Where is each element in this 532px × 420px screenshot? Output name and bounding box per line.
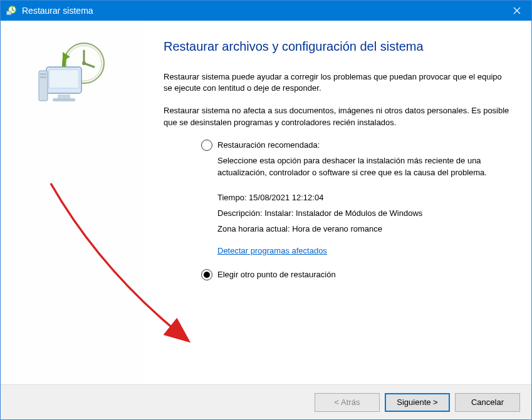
cancel-button[interactable]: Cancelar (455, 393, 520, 412)
restore-description: Descripción: Instalar: Instalador de Mód… (217, 208, 513, 218)
svg-rect-14 (40, 76, 46, 78)
radio-recommended-restore[interactable]: Restauración recomendada: (201, 140, 513, 151)
wizard-footer: < Atrás Siguiente > Cancelar (1, 384, 531, 419)
restore-time: Tiempo: 15/08/2021 12:12:04 (217, 193, 513, 202)
sidebar (1, 21, 145, 384)
intro-paragraph-2: Restaurar sistema no afecta a sus docume… (164, 105, 513, 128)
svg-rect-9 (49, 69, 79, 88)
system-restore-window: Restaurar sistema (0, 0, 532, 420)
main-panel: Restaurar archivos y configuración del s… (145, 21, 531, 384)
radio-icon (201, 140, 212, 151)
page-heading: Restaurar archivos y configuración del s… (164, 39, 513, 54)
content-area: Restaurar archivos y configuración del s… (1, 21, 531, 384)
radio-recommended-label: Restauración recomendada: (217, 140, 320, 150)
back-button[interactable]: < Atrás (315, 393, 380, 412)
radio-choose-other-restore-point[interactable]: Elegir otro punto de restauración (201, 269, 513, 280)
window-title: Restaurar sistema (22, 6, 503, 16)
radio-choose-label: Elegir otro punto de restauración (217, 270, 336, 279)
detect-affected-programs-link[interactable]: Detectar programas afectados (217, 246, 327, 255)
intro-paragraph-1: Restaurar sistema puede ayudar a corregi… (164, 71, 513, 94)
recommended-detail: Seleccione esta opción para deshacer la … (217, 155, 513, 179)
svg-rect-10 (58, 95, 70, 98)
svg-point-6 (82, 61, 86, 65)
svg-rect-1 (7, 11, 12, 15)
radio-icon (201, 269, 212, 280)
next-button[interactable]: Siguiente > (385, 393, 450, 412)
svg-rect-11 (53, 98, 75, 101)
close-button[interactable] (503, 1, 531, 21)
svg-rect-13 (40, 73, 46, 75)
restore-timezone: Zona horaria actual: Hora de verano roma… (217, 224, 513, 233)
app-icon (6, 5, 17, 16)
system-restore-icon (35, 39, 110, 108)
titlebar: Restaurar sistema (1, 1, 531, 21)
svg-rect-12 (39, 71, 48, 101)
restore-options: Restauración recomendada: Seleccione est… (201, 140, 513, 280)
